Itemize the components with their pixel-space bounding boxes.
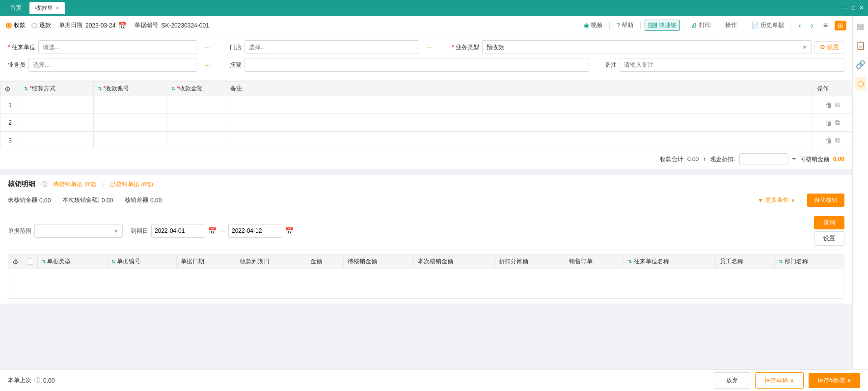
remark-input[interactable] [620, 58, 844, 72]
cal-from-icon[interactable]: 📅 [208, 227, 217, 235]
row2-settle[interactable] [20, 114, 94, 132]
operate-btn[interactable]: 操作 [722, 20, 740, 30]
sidebar-link-icon[interactable]: 🔗 [854, 58, 868, 71]
bth-number: ⇅ 单据编号 [107, 254, 177, 269]
summary-input[interactable] [244, 58, 589, 72]
tab-pending[interactable]: 待核销单据 (0笔) [53, 180, 96, 189]
row2-amount[interactable] [167, 114, 226, 132]
store-more-icon[interactable]: ··· [422, 43, 436, 51]
filter-set-btn[interactable]: 设置 [814, 231, 844, 246]
row2-actions: 🗑 ⧉ [817, 118, 848, 127]
th-account-label: *收款账号 [103, 85, 129, 92]
tab-bar: 首页 收款单 × — □ ✕ [0, 0, 868, 16]
view-grid-btn[interactable]: ⊞ [835, 21, 846, 30]
row3-account[interactable] [94, 132, 167, 149]
biz-type-select[interactable]: 预收款 ▼ [482, 40, 812, 54]
bth-order-label: 销售订单 [569, 258, 593, 265]
row1-delete-btn[interactable]: 🗑 [825, 101, 832, 109]
tab-home[interactable]: 首页 [4, 2, 27, 14]
shortcut-btn[interactable]: ⌨ 快捷键 [645, 20, 680, 31]
row1-note[interactable] [226, 96, 813, 114]
bottom-gear-icon[interactable]: ⚙ [12, 258, 19, 266]
table-gear-icon[interactable]: ⚙ [4, 85, 11, 93]
bth-gear[interactable]: ⚙ [8, 254, 23, 269]
filter-set-label: 设置 [823, 235, 835, 242]
duedate-from-input[interactable] [151, 224, 205, 238]
sum-equals: = [792, 156, 796, 163]
tab-receipt[interactable]: 收款单 × [29, 2, 65, 14]
sidebar-doc-icon[interactable]: 📋 [854, 39, 868, 52]
auto-writeoff-btn[interactable]: 自动核销 [807, 194, 844, 207]
window-close-btn[interactable]: ✕ [859, 4, 864, 11]
th-amount-label: *收款金额 [177, 85, 203, 92]
row1-op: 🗑 ⧉ [813, 96, 852, 114]
th-op: 操作 [813, 82, 852, 96]
bth-amount-label: 金额 [310, 258, 322, 265]
partner-input[interactable] [38, 40, 197, 54]
more-conditions-btn[interactable]: ▼ 更多条件 ∧ [758, 196, 795, 204]
salesman-more-icon[interactable]: ··· [200, 61, 214, 69]
cal-to-icon[interactable]: 📅 [285, 227, 294, 235]
row3-delete-btn[interactable]: 🗑 [825, 137, 832, 144]
form-settings-btn[interactable]: ⚙ 设置 [814, 41, 844, 54]
bth-check [23, 254, 38, 269]
history-btn[interactable]: 📄 历史单据 [748, 20, 787, 30]
store-input[interactable] [244, 40, 419, 54]
window-max-btn[interactable]: □ [852, 4, 855, 11]
empty-cell [8, 269, 844, 299]
footer-info-icon[interactable]: ⓘ [34, 376, 40, 385]
th-gear[interactable]: ⚙ [0, 82, 20, 96]
bth-discount: 折扣分摊额 [494, 254, 565, 269]
row3-amount[interactable] [167, 132, 226, 149]
save-draft-btn[interactable]: 保存草稿 ∧ [755, 372, 804, 389]
header-checkbox[interactable] [27, 258, 33, 265]
abandon-btn[interactable]: 放弃 [714, 372, 750, 389]
row1-actions: 🗑 ⧉ [817, 101, 848, 109]
nav-next-btn[interactable]: › [808, 20, 816, 31]
row1-amount[interactable] [167, 96, 226, 114]
query-btn[interactable]: 查询 [814, 216, 844, 229]
help-btn[interactable]: ? 帮助 [614, 20, 636, 30]
bth-duedate-label: 收款到期日 [240, 258, 270, 265]
view-list-btn[interactable]: ≡ [820, 20, 831, 31]
row3-copy-btn[interactable]: ⧉ [835, 136, 840, 144]
row2-delete-btn[interactable]: 🗑 [825, 119, 832, 127]
bth-dept: ⇅ 部门名称 [775, 254, 844, 269]
remark-label: 备注 [605, 61, 617, 69]
sum-discount-input[interactable] [739, 153, 788, 165]
writeoff-info-icon[interactable]: ⓘ [41, 180, 47, 189]
row2-copy-btn[interactable]: ⧉ [835, 118, 840, 127]
writeoff-title: 核销明细 [8, 180, 35, 189]
calendar-icon[interactable]: 📅 [118, 22, 127, 29]
print-btn[interactable]: 🖨 打印 [688, 20, 714, 30]
sum-row: 收款合计 0.00 + 现金折扣: = 可核销金额 0.00 [0, 149, 852, 171]
stat-unchecked: 未核销金额 0.00 [8, 196, 51, 204]
radio-receipt[interactable]: 收款 [6, 21, 26, 29]
tab-close-icon[interactable]: × [56, 5, 59, 11]
bth-order: 销售订单 [565, 254, 624, 269]
radio-refund[interactable]: 退款 [31, 21, 51, 29]
tab-done[interactable]: 已核销单据 (0笔) [110, 180, 153, 189]
bottom-table-empty-row [8, 269, 844, 299]
row3-settle[interactable] [20, 132, 94, 149]
range-select[interactable]: ▼ [34, 224, 123, 238]
sidebar-table-icon[interactable]: ▤ [855, 20, 866, 33]
row2-note[interactable] [226, 114, 813, 132]
row1-settle[interactable] [20, 96, 94, 114]
section-divider [0, 171, 852, 175]
partner-more-icon[interactable]: ··· [200, 43, 214, 51]
save-new-btn[interactable]: 保存&新增 ∧ [809, 373, 860, 388]
row1-copy-btn[interactable]: ⧉ [835, 101, 840, 109]
sidebar-expand-icon[interactable]: ⬡ [855, 77, 866, 90]
th-settle: ⇅ *结算方式 [20, 82, 94, 96]
row1-account[interactable] [94, 96, 167, 114]
nav-prev-btn[interactable]: ‹ [795, 20, 804, 31]
row2-account[interactable] [94, 114, 167, 132]
more-conditions-label: 更多条件 [765, 196, 789, 204]
row3-note[interactable] [226, 132, 813, 149]
salesman-input[interactable] [28, 58, 197, 72]
window-min-btn[interactable]: — [842, 4, 848, 11]
duedate-to-input[interactable] [228, 224, 282, 238]
video-btn[interactable]: ◉ 视频 [581, 20, 605, 30]
divider6 [791, 22, 791, 29]
